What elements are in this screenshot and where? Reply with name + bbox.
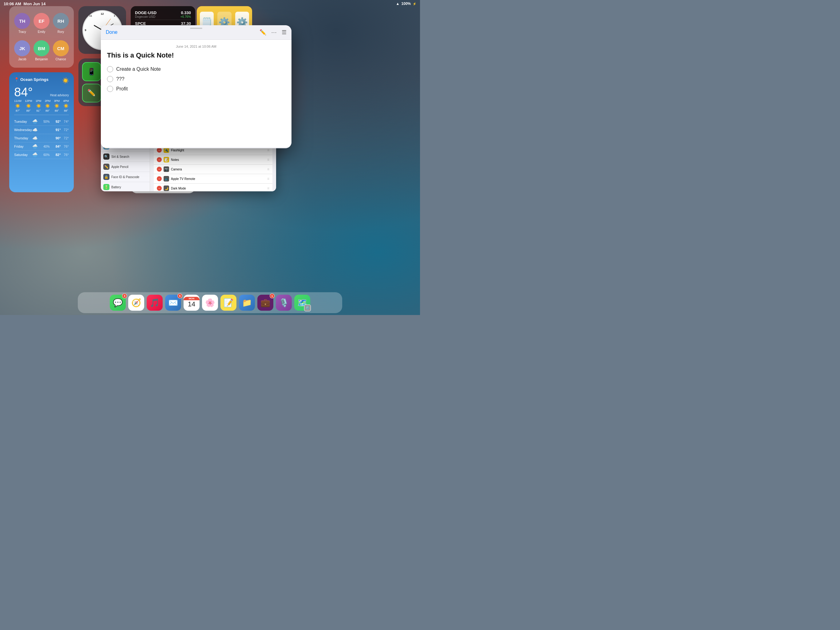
ctrl-drag-notes[interactable]: ≡ xyxy=(267,157,269,162)
dock-badge-slack: 1 xyxy=(270,293,275,298)
sidebar-icon-apple-pencil: ✏️ xyxy=(103,164,109,170)
quicknote-overlay: Done ✏️ ⋯ ☰ June 14, 2021 at 10:06 AM Th… xyxy=(101,25,292,148)
contact-avatar-ef: EF xyxy=(33,13,49,29)
weather-day-thursday: Thursday ☁️ 90° 72° xyxy=(14,134,69,142)
qn-checkbox-0[interactable] xyxy=(107,66,113,72)
dock-icon-messages: 💬 xyxy=(113,298,123,308)
dock-icon-settings-overlay[interactable]: ⚙️ xyxy=(304,304,311,311)
contact-rory[interactable]: RH Rory xyxy=(53,13,69,33)
ctrl-drag-dark[interactable]: ≡ xyxy=(267,186,269,190)
dock-icon-podcasts: 🎙️ xyxy=(279,298,289,308)
weather-hour-2: 1PM ☀️ 91° xyxy=(36,99,41,112)
contact-name-emily: Emily xyxy=(38,30,45,33)
weather-location: 📍 Ocean Springs xyxy=(14,77,49,82)
ctrl-drag-flashlight[interactable]: ≡ xyxy=(267,148,269,152)
clock-num-1: 1 xyxy=(114,14,115,17)
contact-name-benjamin: Benjamin xyxy=(35,57,48,61)
ctrl-remove-notes[interactable]: − xyxy=(157,157,162,162)
ctrl-drag-tv[interactable]: ≡ xyxy=(267,177,269,181)
clock-num-11: 11 xyxy=(90,14,92,17)
control-pencil[interactable]: ✏️ xyxy=(82,84,101,103)
weather-hourly: 11AM ☀️ 87° 12PM ☀️ 89° 1PM ☀️ 91° 2PM ☀… xyxy=(14,99,69,115)
status-date: Mon Jun 14 xyxy=(24,2,46,6)
contact-name-jacob: Jacob xyxy=(18,57,27,61)
sidebar-item-face-id[interactable]: 🔒 Face ID & Passcode xyxy=(101,172,150,182)
sidebar-item-siri[interactable]: 🔍 Siri & Search xyxy=(101,152,150,162)
ctrl-remove-flashlight[interactable]: − xyxy=(157,148,162,153)
sidebar-icon-face-id: 🔒 xyxy=(103,174,109,180)
weather-day-saturday: Saturday 🌧️ 60% 82° 76° xyxy=(14,151,69,159)
sidebar-icon-siri: 🔍 xyxy=(103,154,109,160)
weather-hour-5: 4PM ☀️ 88° xyxy=(63,99,69,112)
dock-app-notes[interactable]: 📝 xyxy=(221,295,237,311)
control-notes[interactable]: − 📝 Notes ≡ xyxy=(154,155,272,165)
stock-symbol-doge: DOGE-USD xyxy=(135,11,156,15)
ctrl-label-tv: Apple TV Remote xyxy=(171,177,195,180)
control-apple-tv[interactable]: − 📺 Apple TV Remote ≡ xyxy=(154,174,272,184)
qn-list-icon[interactable]: ☰ xyxy=(282,29,287,36)
qn-title: This is a Quick Note! xyxy=(107,51,285,59)
stock-change-doge: +6.76% xyxy=(180,15,191,19)
wifi-icon: ▲ xyxy=(396,2,399,6)
dock-app-music[interactable]: 🎵 xyxy=(147,295,163,311)
dock-app-maps[interactable]: 🗺️ ⚙️ xyxy=(294,295,310,311)
contact-tracy[interactable]: TH Tracy xyxy=(14,13,30,33)
ctrl-icon-camera: 📷 xyxy=(164,166,169,172)
control-dark-mode[interactable]: − 🌙 Dark Mode ≡ xyxy=(154,184,272,192)
qn-checkbox-1[interactable] xyxy=(107,76,113,82)
dock-app-photos[interactable]: 🌸 xyxy=(202,295,218,311)
qn-done-button[interactable]: Done xyxy=(106,30,117,35)
ctrl-label-camera: Camera xyxy=(171,168,182,171)
contact-avatar-bm: BM xyxy=(33,40,49,56)
control-ipad[interactable]: 📱 xyxy=(82,62,101,81)
sidebar-item-apple-pencil[interactable]: ✏️ Apple Pencil xyxy=(101,162,150,172)
dock-cal-day: 14 xyxy=(188,300,195,308)
dock-app-slack[interactable]: 💼 1 xyxy=(257,295,273,311)
qn-text-2: Profit xyxy=(116,86,128,92)
contact-avatar-cm: CM xyxy=(53,40,69,56)
dock-icon-safari: 🧭 xyxy=(131,298,141,308)
dock-icon-music: 🎵 xyxy=(150,298,159,308)
contact-emily[interactable]: EF Emily xyxy=(33,13,49,33)
ctrl-remove-dark[interactable]: − xyxy=(157,186,162,191)
charging-icon: ⚡ xyxy=(413,2,416,6)
dock-app-mail[interactable]: ✉️ 6 xyxy=(165,295,181,311)
dock-app-files[interactable]: 📁 xyxy=(239,295,255,311)
ctrl-remove-tv[interactable]: − xyxy=(157,176,162,181)
contact-chance[interactable]: CM Chance xyxy=(53,40,69,61)
dock-icon-slack: 💼 xyxy=(261,298,270,308)
battery-percent: 100% xyxy=(401,2,411,6)
control-camera[interactable]: − 📷 Camera ≡ xyxy=(154,165,272,174)
weather-day-friday: Friday 🌧️ 40% 84° 76° xyxy=(14,142,69,151)
ctrl-label-dark: Dark Mode xyxy=(171,187,186,190)
contact-avatar-jk: JK xyxy=(14,40,30,56)
qn-item-0: Create a Quick Note xyxy=(107,64,285,74)
dock-app-safari[interactable]: 🧭 xyxy=(128,295,144,311)
dock-app-messages[interactable]: 💬 3 xyxy=(110,295,126,311)
qn-edit-icon[interactable]: ✏️ xyxy=(259,29,266,36)
weather-hour-1: 12PM ☀️ 89° xyxy=(25,99,32,112)
clock-num-9: 9 xyxy=(85,28,87,32)
qn-checkbox-2[interactable] xyxy=(107,86,113,92)
contact-jacob[interactable]: JK Jacob xyxy=(14,40,30,61)
dock: 💬 3 🧭 🎵 ✉️ 6 MON 14 🌸 📝 📁 💼 1 🎙️ 🗺️ ⚙️ xyxy=(78,292,342,313)
dock-app-podcasts[interactable]: 🎙️ xyxy=(276,295,292,311)
ctrl-remove-camera[interactable]: − xyxy=(157,167,162,172)
sidebar-icon-battery: 🔋 xyxy=(103,184,109,190)
weather-day-tuesday: Tuesday 🌧️ 50% 92° 74° xyxy=(14,117,69,126)
stock-row-doge: DOGE-USD Dogecoin USD 0.330 +6.76% xyxy=(135,9,191,20)
qn-toolbar-icons: ✏️ ⋯ ☰ xyxy=(259,29,287,36)
qn-more-icon[interactable]: ⋯ xyxy=(271,29,277,36)
dock-app-calendar[interactable]: MON 14 xyxy=(183,295,199,311)
ctrl-drag-camera[interactable]: ≡ xyxy=(267,167,269,171)
dock-cal-month: MON xyxy=(183,297,199,300)
weather-hour-0: 11AM ☀️ 87° xyxy=(14,99,22,112)
drag-handle xyxy=(190,28,202,29)
dock-badge-mail: 6 xyxy=(177,293,182,298)
ctrl-icon-notes: 📝 xyxy=(164,157,169,162)
qn-text-1: ??? xyxy=(116,76,125,82)
contact-benjamin[interactable]: BM Benjamin xyxy=(33,40,49,61)
stock-name-doge: Dogecoin USD xyxy=(135,15,156,19)
sidebar-item-battery[interactable]: 🔋 Battery xyxy=(101,182,150,192)
weather-widget[interactable]: 📍 Ocean Springs ☀️ 84° Heat advisory 11A… xyxy=(9,72,74,192)
